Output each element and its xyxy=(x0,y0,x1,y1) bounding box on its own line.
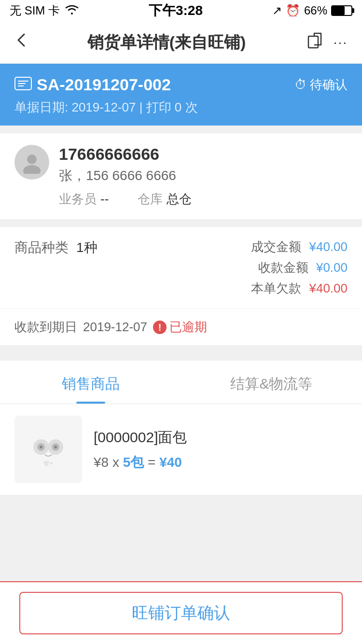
deal-amount-label: 成交金额 xyxy=(251,238,301,255)
warehouse-value: 总仓 xyxy=(167,191,192,208)
product-types-label: 商品种类 xyxy=(14,238,69,257)
warehouse-item: 仓库 总仓 xyxy=(138,191,192,208)
due-date-label: 收款到期日 xyxy=(14,319,77,336)
deal-amount-row: 成交金额 ¥40.00 xyxy=(251,238,348,255)
customer-avatar xyxy=(14,145,49,180)
customer-name: 张，156 6666 6666 xyxy=(59,167,348,185)
multiply-sign: x xyxy=(112,455,123,470)
svg-text:管+: 管+ xyxy=(43,460,53,466)
summary-section: 商品种类 1种 成交金额 ¥40.00 收款金额 ¥0.00 本单欠款 ¥40.… xyxy=(0,227,362,308)
salesperson-label: 业务员 xyxy=(59,191,97,208)
customer-card: 17666666666 张，156 6666 6666 业务员 -- 仓库 总仓 xyxy=(0,133,362,219)
page-title: 销货单详情(来自旺铺) xyxy=(43,31,290,54)
bottom-bar: 旺铺订单确认 xyxy=(0,581,362,644)
payment-amount-value: ¥0.00 xyxy=(316,260,348,275)
overdue-icon: ! xyxy=(153,321,167,334)
customer-meta: 业务员 -- 仓库 总仓 xyxy=(59,191,348,208)
customer-info: 17666666666 张，156 6666 6666 业务员 -- 仓库 总仓 xyxy=(59,145,348,208)
product-qty: 5包 xyxy=(123,455,144,470)
product-image: 管+ xyxy=(14,416,82,483)
salesperson-item: 业务员 -- xyxy=(59,191,109,208)
svg-point-9 xyxy=(54,446,57,448)
overdue-text: 已逾期 xyxy=(169,319,207,336)
confirm-order-button[interactable]: 旺铺订单确认 xyxy=(19,592,343,634)
divider-2 xyxy=(0,345,362,353)
more-icon[interactable]: ··· xyxy=(334,35,348,50)
salesperson-value: -- xyxy=(100,192,109,207)
nav-bar: 销货单详情(来自旺铺) ··· xyxy=(0,21,362,64)
tab-settlement[interactable]: 结算&物流等 xyxy=(181,361,362,404)
product-item: 管+ [0000002]面包 ¥8 x 5包 = ¥40 xyxy=(14,416,348,483)
order-date: 单据日期: 2019-12-07 | 打印 0 次 xyxy=(14,99,348,116)
back-button[interactable] xyxy=(14,29,43,55)
status-right: ↗ ⏰ 66% xyxy=(272,4,352,17)
product-info: [0000002]面包 ¥8 x 5包 = ¥40 xyxy=(94,428,348,472)
nav-actions: ··· xyxy=(290,32,348,53)
payment-amount-row: 收款金额 ¥0.00 xyxy=(258,259,348,276)
alarm-icon: ⏰ xyxy=(286,4,300,17)
warehouse-label: 仓库 xyxy=(138,191,163,208)
page-wrapper: 无 SIM 卡 下午3:28 ↗ ⏰ 66% 销货单详情 xyxy=(0,0,362,644)
order-header: SA-20191207-002 ⏱ 待确认 单据日期: 2019-12-07 |… xyxy=(0,64,362,126)
owed-amount-row: 本单欠款 ¥40.00 xyxy=(251,280,348,297)
status-bar: 无 SIM 卡 下午3:28 ↗ ⏰ 66% xyxy=(0,0,362,21)
order-icon xyxy=(14,75,32,94)
tab-sales-products[interactable]: 销售商品 xyxy=(0,361,181,404)
battery-percentage: 66% xyxy=(304,4,327,17)
svg-point-8 xyxy=(40,446,42,448)
svg-point-2 xyxy=(27,154,37,164)
content-spacer xyxy=(0,495,362,582)
order-status: ⏱ 待确认 xyxy=(294,76,348,93)
svg-point-3 xyxy=(23,165,41,174)
equals-sign: = xyxy=(148,455,159,470)
divider-1 xyxy=(0,219,362,227)
payment-amount-label: 收款金额 xyxy=(258,259,308,276)
product-price-line: ¥8 x 5包 = ¥40 xyxy=(94,453,348,472)
carrier-text: 无 SIM 卡 xyxy=(10,3,60,18)
deal-amount-value: ¥40.00 xyxy=(309,239,348,254)
order-id: SA-20191207-002 xyxy=(14,75,171,94)
battery-icon xyxy=(331,5,352,16)
product-types-value: 1种 xyxy=(76,238,97,257)
tabs-container: 销售商品 结算&物流等 xyxy=(0,361,362,404)
summary-right: 成交金额 ¥40.00 收款金额 ¥0.00 本单欠款 ¥40.00 xyxy=(251,238,348,297)
svg-rect-0 xyxy=(308,36,318,48)
status-time: 下午3:28 xyxy=(149,1,203,20)
owed-amount-value: ¥40.00 xyxy=(309,281,348,296)
product-total: ¥40 xyxy=(159,455,182,470)
product-list: 管+ [0000002]面包 ¥8 x 5包 = ¥40 xyxy=(0,404,362,495)
share-icon[interactable] xyxy=(307,32,324,53)
location-icon: ↗ xyxy=(272,4,282,17)
product-price: ¥8 xyxy=(94,455,109,470)
product-name: [0000002]面包 xyxy=(94,428,348,448)
order-header-top: SA-20191207-002 ⏱ 待确认 xyxy=(14,75,348,94)
customer-phone: 17666666666 xyxy=(59,145,348,164)
owed-amount-label: 本单欠款 xyxy=(251,280,301,297)
clock-icon: ⏱ xyxy=(294,77,307,92)
due-date-section: 收款到期日 2019-12-07 ! 已逾期 xyxy=(0,308,362,345)
due-date-value: 2019-12-07 xyxy=(83,320,147,335)
summary-left: 商品种类 1种 xyxy=(14,238,97,257)
wifi-icon xyxy=(65,4,79,17)
status-left: 无 SIM 卡 xyxy=(10,3,79,18)
customer-section: 17666666666 张，156 6666 6666 业务员 -- 仓库 总仓 xyxy=(14,145,348,208)
overdue-badge: ! 已逾期 xyxy=(153,319,207,336)
